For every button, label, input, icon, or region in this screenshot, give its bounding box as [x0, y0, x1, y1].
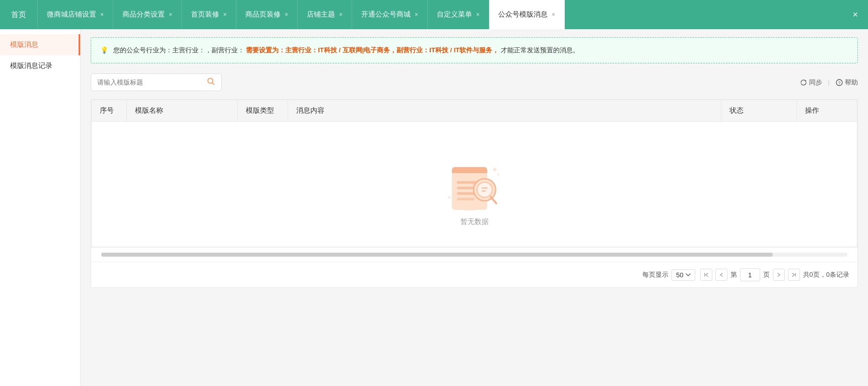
- page-size-dropdown[interactable]: 50: [672, 269, 695, 281]
- tab-bar-close-all[interactable]: ×: [842, 10, 868, 20]
- sidebar-item-template-msg[interactable]: 模版消息: [0, 34, 80, 55]
- tab-bar: 首页 微商城店铺设置 × 商品分类设置 × 首页装修 × 商品页装修 × 店铺主…: [0, 0, 868, 29]
- svg-line-1: [213, 83, 215, 85]
- empty-text: 暂无数据: [460, 217, 489, 226]
- tab-wechat-shop-close[interactable]: ×: [100, 11, 104, 18]
- last-page-button[interactable]: [788, 269, 800, 281]
- svg-text:?: ?: [838, 81, 840, 86]
- col-name: 模版名称: [127, 100, 238, 122]
- search-input-wrap: [91, 73, 222, 91]
- notice-icon: 💡: [100, 46, 108, 54]
- tab-template-msg-close[interactable]: ×: [552, 11, 555, 18]
- tab-product-category-label: 商品分类设置: [122, 10, 165, 19]
- tab-home-decor-label: 首页装修: [191, 10, 219, 19]
- last-page-icon: [791, 272, 796, 277]
- col-action: 操作: [797, 100, 857, 122]
- tab-open-mall[interactable]: 开通公众号商城 ×: [352, 0, 428, 29]
- first-page-button[interactable]: [700, 269, 712, 281]
- tab-home[interactable]: 首页: [0, 0, 38, 29]
- toolbar-divider: |: [828, 79, 830, 86]
- page-size-label: 每页显示: [642, 270, 669, 279]
- tab-template-msg-label: 公众号模版消息: [498, 10, 548, 19]
- first-page-icon: [704, 272, 709, 277]
- sidebar-item-template-msg-log[interactable]: 模版消息记录: [0, 55, 80, 76]
- svg-line-14: [491, 197, 496, 203]
- empty-illustration: [442, 152, 507, 217]
- svg-rect-16: [482, 190, 486, 192]
- help-button[interactable]: ? 帮助: [836, 78, 858, 87]
- col-content: 消息内容: [288, 100, 721, 122]
- tab-custom-menu[interactable]: 自定义菜单 ×: [428, 0, 489, 29]
- notice-box: 💡 您的公众号行业为：主营行业：，副营行业： 需要设置为：主营行业：IT科技 /…: [91, 37, 858, 63]
- pagination-controls: 第 页 共0页，0条记录: [700, 268, 849, 281]
- search-row: 同步 | ? 帮助: [91, 73, 858, 91]
- scrollbar-thumb: [101, 253, 773, 257]
- toolbar-right: 同步 | ? 帮助: [800, 78, 858, 87]
- table-wrapper: 序号 模版名称 模版类型 消息内容 状态 操作: [91, 99, 858, 288]
- page-number-input[interactable]: [740, 268, 760, 281]
- main-layout: 模版消息 模版消息记录 💡 您的公众号行业为：主营行业：，副营行业： 需要设置为…: [0, 29, 868, 386]
- tab-custom-menu-close[interactable]: ×: [476, 11, 480, 18]
- tab-wechat-shop-label: 微商城店铺设置: [47, 10, 96, 19]
- scrollbar-area: [91, 247, 857, 262]
- search-button[interactable]: [202, 74, 220, 91]
- svg-point-13: [477, 182, 492, 197]
- tab-shop-theme-close[interactable]: ×: [339, 11, 343, 18]
- tab-product-category[interactable]: 商品分类设置 ×: [113, 0, 182, 29]
- tab-product-page-decor-close[interactable]: ×: [285, 11, 288, 18]
- next-page-icon: [777, 272, 781, 277]
- tab-open-mall-close[interactable]: ×: [415, 11, 418, 18]
- svg-point-18: [497, 174, 499, 176]
- next-page-button[interactable]: [773, 269, 785, 281]
- tab-wechat-shop[interactable]: 微商城店铺设置 ×: [38, 0, 113, 29]
- tab-shop-theme-label: 店铺主题: [307, 10, 335, 19]
- tab-product-page-decor-label: 商品页装修: [245, 10, 281, 19]
- tab-open-mall-label: 开通公众号商城: [361, 10, 411, 19]
- col-type: 模版类型: [238, 100, 288, 122]
- prev-page-button[interactable]: [715, 269, 727, 281]
- chevron-down-icon: [686, 273, 691, 276]
- help-label: 帮助: [845, 78, 858, 87]
- sidebar: 模版消息 模版消息记录: [0, 29, 81, 386]
- pagination-row: 每页显示 50: [91, 262, 857, 287]
- page-label: 第: [730, 270, 737, 279]
- svg-point-17: [493, 168, 496, 171]
- sync-button[interactable]: 同步: [800, 78, 822, 87]
- tab-template-msg[interactable]: 公众号模版消息 ×: [489, 0, 565, 29]
- svg-point-19: [448, 196, 450, 199]
- sync-label: 同步: [809, 78, 822, 87]
- tab-custom-menu-label: 自定义菜单: [437, 10, 472, 19]
- scrollbar-track[interactable]: [101, 253, 847, 257]
- svg-rect-7: [452, 173, 487, 176]
- tab-product-category-close[interactable]: ×: [169, 11, 172, 18]
- notice-suffix: 才能正常发送预置的消息。: [501, 46, 579, 54]
- tab-home-decor[interactable]: 首页装修 ×: [182, 0, 236, 29]
- page-size-select: 每页显示 50: [642, 269, 695, 281]
- prev-page-icon: [719, 272, 723, 277]
- empty-state: 暂无数据: [92, 122, 857, 247]
- col-status: 状态: [721, 100, 797, 122]
- total-info: 共0页，0条记录: [803, 270, 849, 279]
- content-area: 💡 您的公众号行业为：主营行业：，副营行业： 需要设置为：主营行业：IT科技 /…: [81, 29, 868, 386]
- tab-shop-theme[interactable]: 店铺主题 ×: [298, 0, 352, 29]
- col-seq: 序号: [92, 100, 127, 122]
- svg-rect-11: [457, 198, 475, 200]
- svg-rect-15: [482, 187, 488, 189]
- page-unit: 页: [763, 270, 770, 279]
- tab-home-label: 首页: [11, 10, 26, 20]
- tab-product-page-decor[interactable]: 商品页装修 ×: [236, 0, 298, 29]
- notice-prefix: 您的公众号行业为：主营行业：，副营行业：: [113, 46, 244, 54]
- tab-home-decor-close[interactable]: ×: [223, 11, 227, 18]
- notice-highlight: 需要设置为：主营行业：IT科技 / 互联网|电子商务，副营行业：IT科技 / I…: [246, 46, 499, 54]
- page-size-value: 50: [676, 271, 683, 279]
- data-table: 序号 模版名称 模版类型 消息内容 状态 操作: [91, 100, 857, 247]
- search-input[interactable]: [91, 75, 202, 90]
